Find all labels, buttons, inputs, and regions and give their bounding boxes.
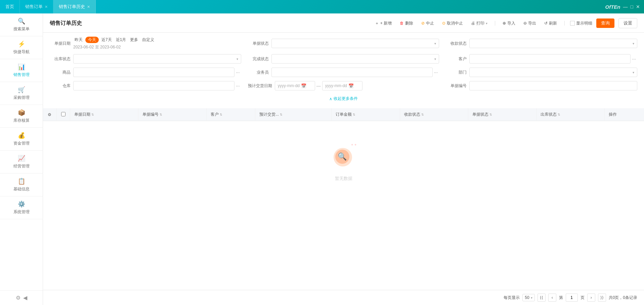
tab-sales-order-history[interactable]: 销售订单历史 ✕ [53,0,96,13]
tab-sales-order-history-close[interactable]: ✕ [87,5,90,9]
complete-status-chevron: ▾ [434,57,436,61]
new-label: + 新增 [380,21,392,26]
sidebar-item-basics-label: 基础信息 [13,186,30,192]
next-page-btn[interactable]: › [587,294,595,302]
order-no-label: 单据编号 [446,83,469,89]
query-button[interactable]: 查询 [596,18,614,28]
date-btn-today[interactable]: 今天 [85,37,99,43]
stop-button[interactable]: ⊘ 中止 [419,19,436,28]
sidebar-item-sales[interactable]: 📊 销售管理 [0,59,43,82]
date-btn-more[interactable]: 更多 [129,37,139,43]
quicknav-icon: ⚡ [18,40,25,48]
sidebar-settings-icon[interactable]: ⚙ [16,295,20,301]
th-amount-label: 订单金额 [336,112,352,117]
sidebar-collapse-icon[interactable]: ◀ [23,295,27,301]
filter-section: 单据日期 昨天 今天 近7天 近1月 更多 自定义 2023-06-02 至 2… [43,33,644,108]
toolbar-divider1 [495,21,495,26]
sidebar-item-basics[interactable]: 📋 基础信息 [0,174,43,196]
sidebar-item-search[interactable]: 🔍 搜索菜单 [0,13,43,36]
first-page-btn[interactable]: ⟨⟨ [538,294,546,302]
doc-status-select[interactable]: ▾ [271,39,439,48]
th-check[interactable] [56,108,70,121]
last-page-btn[interactable]: ⟩⟩ [598,294,606,302]
delivery-date-to[interactable]: yyyy-mm-dd 📅 [322,81,362,90]
customer-more-btn[interactable]: ··· [631,56,637,62]
th-customer[interactable]: 客户 ⇅ [206,108,255,121]
salesperson-input[interactable] [271,68,433,77]
import-button[interactable]: ⊕ 导入 [501,19,517,28]
search-icon: 🔍 [18,17,25,25]
th-delivery-label: 预计交货... [259,112,279,117]
display-columns-checkbox[interactable] [570,21,575,26]
doc-status-chevron: ▾ [434,42,436,45]
refresh-button[interactable]: ↺ 刷新 [542,19,559,28]
warehouse-more-btn[interactable]: ··· [234,83,241,88]
th-gear[interactable]: ⚙ [43,108,56,121]
table-area: ⚙ 单据日期 ⇅ [43,108,644,290]
date-btn-custom[interactable]: 自定义 [141,37,156,43]
goods-more-btn[interactable]: ··· [234,70,241,75]
sort-amount-icon: ⇅ [353,113,355,116]
prev-page-btn[interactable]: ‹ [548,294,556,302]
tab-home[interactable]: 首页 [0,0,20,13]
page-title-row: 销售订单历史 ＋ + 新增 🗑 删除 ⊘ 中止 ⊙ [50,18,637,28]
date-btn-yesterday[interactable]: 昨天 [73,37,84,43]
th-date[interactable]: 单据日期 ⇅ [70,108,138,121]
tab-home-label: 首页 [5,4,14,10]
th-delivery[interactable]: 预计交货... ⇅ [255,108,332,121]
sidebar-item-purchase[interactable]: 🛒 采购管理 [0,82,43,105]
window-maximize[interactable]: □ [631,4,633,9]
department-label: 部门 [446,70,469,75]
filter-goods-cell: 商品 ··· [50,68,241,77]
customer-input[interactable] [469,54,631,64]
date-btn-7days[interactable]: 近7天 [100,37,113,43]
print-button[interactable]: 🖨 打印 ▾ [469,19,489,28]
warehouse-input[interactable] [73,81,234,90]
sidebar-item-quicknav[interactable]: ⚡ 快捷导航 [0,36,43,59]
page-word: 第 [559,295,563,301]
date-btn-1month[interactable]: 近1月 [115,37,128,43]
delivery-date-to-value: yyyy-mm-dd [325,83,347,88]
sidebar-item-inventory[interactable]: 📦 库存核算 [0,105,43,128]
import-icon: ⊕ [503,21,506,26]
sidebar-item-finance[interactable]: 💰 资金管理 [0,128,43,151]
th-doc-status[interactable]: 单据状态 ⇅ [468,108,536,121]
new-button[interactable]: ＋ + 新增 [373,19,394,28]
refresh-icon: ↺ [544,21,548,26]
pay-status-select[interactable]: ▾ [469,39,637,48]
page-label: 页 [581,295,585,301]
display-columns-toggle[interactable]: 显示明细 [570,21,592,26]
settings-button[interactable]: 设置 [618,18,637,28]
window-minimize[interactable]: — [623,4,628,9]
page-input[interactable] [566,294,578,302]
page-size-label: 每页显示 [504,295,520,301]
export-button[interactable]: ⊖ 导出 [521,19,538,28]
th-amount[interactable]: 订单金额 ⇅ [332,108,400,121]
page-size-select[interactable]: 50 ▾ [522,294,534,301]
goods-input[interactable] [73,68,234,77]
th-outbound-status[interactable]: 出库状态 ⇅ [536,108,604,121]
select-all-checkbox[interactable] [61,112,66,116]
date-label: 单据日期 [50,41,73,46]
cancel-stop-button[interactable]: ⊙ 取消中止 [440,19,465,28]
sidebar-item-system[interactable]: ⚙️ 系统管理 [0,196,43,219]
tab-sales-order[interactable]: 销售订单 ✕ [20,0,53,13]
complete-status-select[interactable]: ▾ [271,54,439,64]
pay-status-label: 收款状态 [446,41,469,46]
window-close[interactable]: ✕ [636,4,640,9]
th-pay-status[interactable]: 收款状态 ⇅ [400,108,468,121]
top-tabs: 首页 销售订单 ✕ 销售订单历史 ✕ [0,0,601,13]
collapse-button[interactable]: ∧ 收起更多条件 [50,94,637,104]
filter-complete-status-cell: 完成状态 ▾ [248,54,439,64]
salesperson-more-btn[interactable]: ··· [433,70,439,75]
department-select[interactable]: ▾ [469,68,637,77]
delivery-date-from[interactable]: yyyy-mm-dd 📅 [275,81,315,90]
delete-button[interactable]: 🗑 删除 [398,19,415,28]
order-no-input[interactable] [469,81,637,90]
table-container: ⚙ 单据日期 ⇅ [43,108,644,290]
th-no[interactable]: 单据编号 ⇅ [138,108,206,121]
doc-status-label: 单据状态 [248,41,271,46]
tab-sales-order-close[interactable]: ✕ [45,5,48,9]
outbound-status-select[interactable]: ▾ [73,54,241,64]
sidebar-item-operations[interactable]: 📈 经营管理 [0,151,43,174]
